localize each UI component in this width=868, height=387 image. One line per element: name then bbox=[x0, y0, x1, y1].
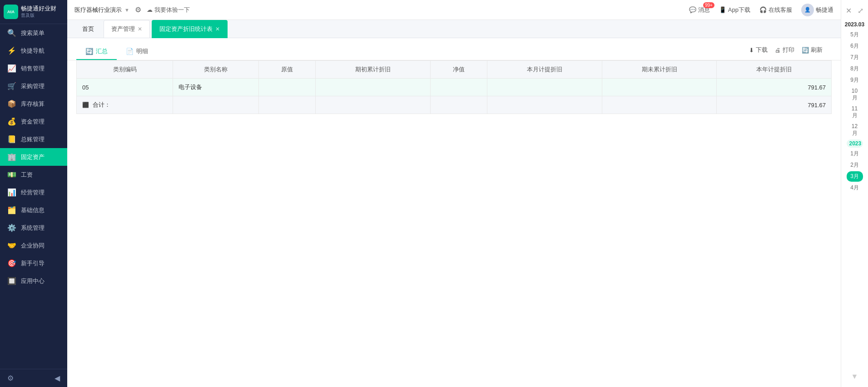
sidebar-item-quick-nav-label: 快捷导航 bbox=[21, 47, 45, 55]
app-download-button[interactable]: 📱 App下载 bbox=[719, 6, 750, 14]
table-row[interactable]: 05 电子设备 791.67 bbox=[77, 79, 832, 96]
main-content: 医疗器械行业演示 ▼ ⚙ ☁ 我要体验一下 💬 消息 99+ 📱 App下载 🎧… bbox=[67, 0, 841, 387]
sidebar-nav: 🔍 搜索菜单 ⚡ 快捷导航 📈 销售管理 🛒 采购管理 📦 库存核算 💰 资金管… bbox=[0, 24, 67, 369]
depreciation-table: 类别编码 类别名称 原值 期初累计折旧 净值 本月计提折旧 期未累计折旧 本年计… bbox=[76, 60, 832, 114]
enterprise-icon: 🤝 bbox=[7, 241, 16, 250]
col-closing-depr: 期未累计折旧 bbox=[602, 61, 717, 79]
header-settings-icon[interactable]: ⚙ bbox=[135, 5, 141, 14]
ledger-icon: 📒 bbox=[7, 135, 16, 144]
sub-tab-detail[interactable]: 📄 明细 bbox=[117, 44, 157, 60]
header-actions: 💬 消息 99+ 📱 App下载 🎧 在线客服 👤 畅捷通 bbox=[689, 4, 833, 16]
sidebar-item-app-center[interactable]: 🔲 应用中心 bbox=[0, 272, 67, 290]
month-item[interactable]: 11月 bbox=[847, 104, 863, 121]
download-icon: ⬇ bbox=[749, 47, 754, 54]
row-name: 电子设备 bbox=[173, 79, 259, 96]
row-closing-depr bbox=[602, 79, 717, 96]
month-item[interactable]: 6月 bbox=[847, 41, 863, 51]
sub-tab-summary-label: 汇总 bbox=[96, 47, 108, 55]
user-menu[interactable]: 👤 畅捷通 bbox=[801, 4, 833, 16]
sub-tab-detail-label: 明细 bbox=[136, 47, 148, 55]
app-logo-icon: AtA bbox=[4, 5, 18, 19]
company-name: 医疗器械行业演示 bbox=[74, 6, 122, 14]
tab-depreciation-report[interactable]: 固定资产折旧统计表 ✕ bbox=[152, 20, 228, 38]
quicknav-icon: ⚡ bbox=[7, 46, 16, 55]
sidebar-item-quick-nav[interactable]: ⚡ 快捷导航 bbox=[0, 42, 67, 60]
sidebar-item-payroll[interactable]: 💵 工资 bbox=[0, 166, 67, 184]
table-wrapper: 类别编码 类别名称 原值 期初累计折旧 净值 本月计提折旧 期未累计折旧 本年计… bbox=[67, 60, 841, 387]
month-item[interactable]: 9月 bbox=[847, 75, 863, 85]
detail-icon: 📄 bbox=[126, 48, 134, 55]
print-button[interactable]: 🖨 打印 bbox=[775, 46, 794, 54]
sidebar-item-system[interactable]: ⚙️ 系统管理 bbox=[0, 219, 67, 237]
sidebar-item-purchase[interactable]: 🛒 采购管理 bbox=[0, 77, 67, 95]
total-row: ⬛ 合计： 791.67 bbox=[77, 96, 832, 114]
tab-depreciation-report-label: 固定资产折旧统计表 bbox=[159, 25, 213, 33]
sidebar-item-search[interactable]: 🔍 搜索菜单 bbox=[0, 24, 67, 42]
sidebar-item-inventory[interactable]: 📦 库存核算 bbox=[0, 95, 67, 113]
experience-button[interactable]: ☁ 我要体验一下 bbox=[147, 6, 190, 14]
month-item[interactable]: 10月 bbox=[847, 86, 863, 103]
month-item[interactable]: 4月 bbox=[847, 183, 863, 193]
month-item[interactable]: 12月 bbox=[847, 122, 863, 139]
refresh-button[interactable]: 🔄 刷新 bbox=[802, 46, 823, 54]
month-item[interactable]: 1月 bbox=[847, 149, 863, 159]
download-button[interactable]: ⬇ 下载 bbox=[749, 46, 768, 54]
tab-asset-management-close[interactable]: ✕ bbox=[138, 26, 142, 32]
sidebar-header: AtA 畅捷通好业财 普及版 bbox=[0, 0, 67, 24]
sidebar-item-enterprise-label: 企业协同 bbox=[21, 242, 45, 250]
panel-year-label: 2023.03 bbox=[845, 21, 864, 28]
total-icon: ⬛ bbox=[82, 102, 89, 108]
sidebar-item-fixed-assets-label: 固定资产 bbox=[21, 153, 45, 161]
sub-tabs: 🔄 汇总 📄 明细 ⬇ 下载 🖨 打印 🔄 刷新 bbox=[67, 38, 841, 60]
tab-asset-management[interactable]: 资产管理 ✕ bbox=[104, 20, 150, 38]
sidebar-item-ledger[interactable]: 📒 总账管理 bbox=[0, 130, 67, 148]
month-item[interactable]: 5月 bbox=[847, 30, 863, 40]
inventory-icon: 📦 bbox=[7, 99, 16, 108]
sidebar-item-guide-label: 新手引导 bbox=[21, 259, 45, 268]
sub-tab-summary[interactable]: 🔄 汇总 bbox=[76, 44, 117, 60]
tabs-bar: 首页 资产管理 ✕ 固定资产折旧统计表 ✕ bbox=[67, 20, 841, 38]
row-net-value bbox=[431, 79, 487, 96]
sidebar-item-guide[interactable]: 🎯 新手引导 bbox=[0, 254, 67, 272]
search-icon: 🔍 bbox=[7, 29, 16, 37]
sidebar-item-system-label: 系统管理 bbox=[21, 224, 45, 232]
tab-home-label: 首页 bbox=[82, 25, 94, 33]
message-badge: 99+ bbox=[703, 2, 714, 8]
settings-bottom-icon[interactable]: ⚙ bbox=[7, 374, 14, 382]
month-item[interactable]: 8月 bbox=[847, 64, 863, 74]
sidebar-item-enterprise[interactable]: 🤝 企业协同 bbox=[0, 237, 67, 254]
tab-home[interactable]: 首页 bbox=[74, 20, 102, 38]
app-logo-text: 畅捷通好业财 bbox=[21, 5, 56, 13]
collapse-sidebar-icon[interactable]: ◀ bbox=[55, 374, 60, 382]
month-item[interactable]: 7月 bbox=[847, 52, 863, 63]
tab-depreciation-report-close[interactable]: ✕ bbox=[215, 26, 220, 32]
summary-icon: 🔄 bbox=[85, 48, 93, 55]
col-net-value: 净值 bbox=[431, 61, 487, 79]
sidebar-item-basic-info[interactable]: 🗂️ 基础信息 bbox=[0, 201, 67, 219]
sidebar-item-purchase-label: 采购管理 bbox=[21, 82, 45, 90]
panel-close-icon[interactable]: ✕ bbox=[843, 4, 854, 18]
panel-expand-icon[interactable]: ⤢ bbox=[855, 4, 866, 18]
content-area: 🔄 汇总 📄 明细 ⬇ 下载 🖨 打印 🔄 刷新 bbox=[67, 38, 841, 387]
app-logo-sub: 普及版 bbox=[21, 12, 56, 19]
refresh-icon: 🔄 bbox=[802, 47, 809, 54]
messages-button[interactable]: 💬 消息 99+ bbox=[689, 6, 710, 14]
sidebar-item-sales[interactable]: 📈 销售管理 bbox=[0, 60, 67, 77]
sidebar-item-finance[interactable]: 💰 资金管理 bbox=[0, 113, 67, 130]
col-monthly-depr: 本月计提折旧 bbox=[487, 61, 602, 79]
month-item-active[interactable]: 3月 bbox=[847, 171, 863, 182]
month-item[interactable]: 2月 bbox=[847, 160, 863, 170]
guide-icon: 🎯 bbox=[7, 259, 16, 268]
sidebar-item-operations[interactable]: 📊 经营管理 bbox=[0, 184, 67, 201]
user-avatar: 👤 bbox=[801, 4, 814, 16]
row-monthly-depr bbox=[487, 79, 602, 96]
payroll-icon: 💵 bbox=[7, 170, 16, 179]
message-icon: 💬 bbox=[689, 6, 696, 13]
sidebar-item-fixed-assets[interactable]: 🏢 固定资产 bbox=[0, 148, 67, 166]
month-list: 5月 6月 7月 8月 9月 10月 11月 12月 2023 1月 2月 3月… bbox=[847, 30, 863, 370]
sidebar-item-basic-info-label: 基础信息 bbox=[21, 206, 45, 214]
company-selector[interactable]: 医疗器械行业演示 ▼ bbox=[74, 6, 129, 14]
online-service-button[interactable]: 🎧 在线客服 bbox=[759, 6, 792, 14]
panel-scroll-down-icon[interactable]: ▼ bbox=[848, 370, 861, 383]
tab-asset-management-label: 资产管理 bbox=[111, 25, 135, 33]
